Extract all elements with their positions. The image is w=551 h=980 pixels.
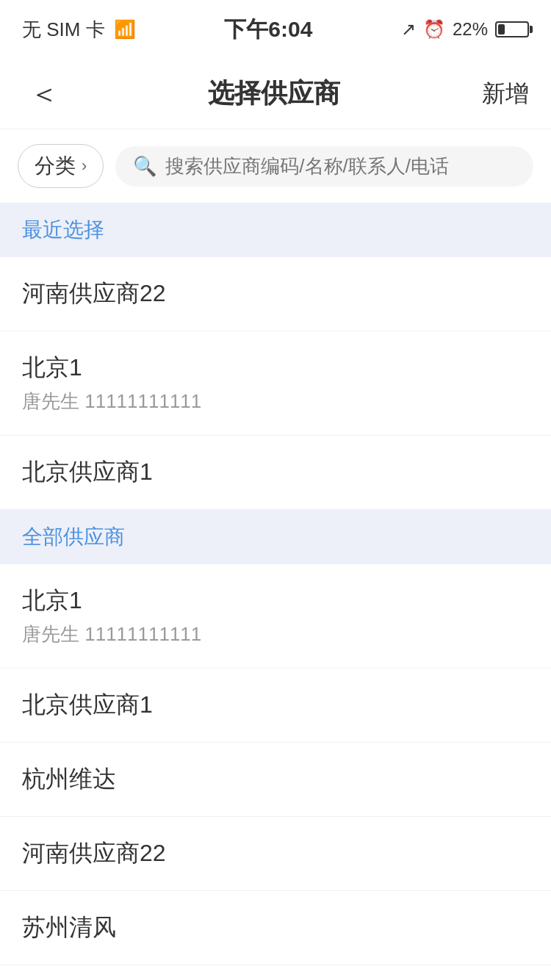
list-item[interactable]: 北京1唐先生 11111111111 [0, 331, 551, 436]
section-header-all: 全部供应商 [0, 510, 551, 564]
list-item[interactable]: 苏州清风 [0, 891, 551, 965]
search-icon: 🔍 [133, 155, 156, 178]
battery-percent: 22% [453, 19, 488, 40]
list-item[interactable]: 杭州维达 [0, 743, 551, 817]
item-name: 河南供应商22 [22, 837, 529, 870]
status-right: ↗ ⏰ 22% [401, 19, 529, 40]
item-name: 北京1 [22, 352, 529, 384]
item-name: 苏州清风 [22, 912, 529, 944]
battery-icon [495, 21, 529, 37]
list-item[interactable]: 河南供应商22 [0, 817, 551, 891]
item-sub: 唐先生 11111111111 [22, 621, 529, 647]
item-name: 北京1 [22, 585, 529, 617]
list-item[interactable]: 河南供应商22 [0, 257, 551, 331]
item-name: 河南供应商22 [22, 278, 529, 310]
list-item[interactable]: 北京供应商1 [0, 436, 551, 510]
status-left: 无 SIM 卡 📶 [22, 17, 136, 43]
nav-bar: ＜ 选择供应商 新增 [0, 59, 551, 129]
status-time: 下午6:04 [224, 15, 312, 45]
category-label: 分类 [35, 152, 76, 180]
supplier-list: 最近选择河南供应商22北京1唐先生 11111111111北京供应商1全部供应商… [0, 203, 551, 965]
add-button[interactable]: 新增 [482, 78, 529, 110]
category-button[interactable]: 分类 › [18, 144, 104, 188]
item-name: 北京供应商1 [22, 689, 529, 721]
item-name: 北京供应商1 [22, 456, 529, 489]
location-icon: ↗ [401, 19, 416, 40]
alarm-icon: ⏰ [423, 19, 445, 40]
wifi-icon: 📶 [114, 19, 136, 40]
status-bar: 无 SIM 卡 📶 下午6:04 ↗ ⏰ 22% [0, 0, 551, 59]
carrier-label: 无 SIM 卡 [22, 17, 105, 43]
item-sub: 唐先生 11111111111 [22, 389, 529, 414]
page-title: 选择供应商 [208, 76, 340, 112]
list-item[interactable]: 北京1唐先生 11111111111 [0, 564, 551, 669]
section-header-recent: 最近选择 [0, 203, 551, 257]
search-box[interactable]: 🔍 [115, 146, 533, 187]
back-button[interactable]: ＜ [22, 66, 66, 121]
search-input[interactable] [165, 155, 516, 178]
battery-fill [498, 24, 505, 35]
filter-bar: 分类 › 🔍 [0, 129, 551, 203]
chevron-right-icon: › [82, 156, 87, 176]
list-item[interactable]: 北京供应商1 [0, 669, 551, 743]
item-name: 杭州维达 [22, 763, 529, 796]
